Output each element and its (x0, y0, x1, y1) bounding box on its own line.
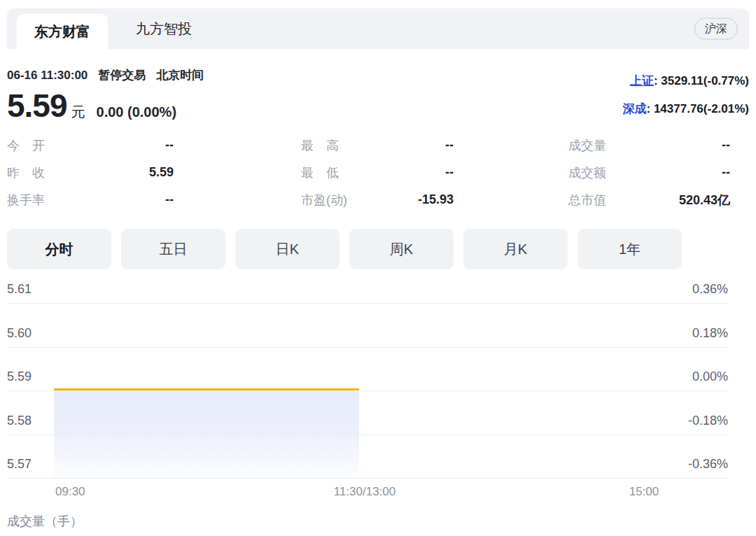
stat-row-low: 最 低 -- (301, 159, 454, 186)
status-line: 06-16 11:30:00暂停交易北京时间 (7, 67, 204, 83)
period-tab-5day[interactable]: 五日 (121, 229, 225, 269)
tab-eastmoney[interactable]: 东方财富 (17, 14, 108, 49)
stat-value: -- (722, 138, 730, 153)
stat-value: 520.43亿 (679, 192, 730, 209)
y-axis-price-label: 5.57 (7, 455, 31, 473)
period-tabbar: 分时 五日 日K 周K 月K 1年 (7, 229, 749, 269)
gridline (7, 303, 728, 304)
y-axis-price-label: 5.60 (7, 324, 31, 342)
stat-value: -- (165, 192, 174, 207)
period-tab-minute[interactable]: 分时 (7, 229, 111, 269)
stat-row-high: 最 高 -- (301, 132, 454, 159)
broker-tabbar: 东方财富 九方智投 沪深 (7, 8, 749, 49)
quote-header: 06-16 11:30:00暂停交易北京时间 5.59 元 0.00 (0.00… (7, 67, 749, 123)
y-axis-percent-label: 0.00% (692, 367, 728, 386)
index-shenzhen[interactable]: 深成: 14377.76(-2.01%) (623, 95, 749, 123)
stat-label: 最 低 (301, 164, 339, 181)
timezone-label: 北京时间 (156, 69, 204, 82)
tab-jiufang[interactable]: 九方智投 (136, 8, 192, 49)
price-line-series (54, 388, 359, 390)
index-shenzhen-label[interactable]: 深成 (623, 102, 647, 115)
index-shanghai[interactable]: 上证: 3529.11(-0.77%) (623, 67, 749, 95)
stat-row-open: 今 开 -- (7, 132, 174, 159)
stats-grid: 今 开 -- 昨 收 5.59 换手率 -- 最 高 -- 最 低 -- 市盈(… (7, 132, 749, 213)
stat-value: -- (445, 138, 454, 153)
stat-label: 最 高 (301, 137, 339, 154)
stat-label: 昨 收 (7, 164, 45, 181)
stat-row-amount: 成交额 -- (568, 159, 730, 186)
stat-label: 总市值 (568, 192, 606, 209)
stat-value: -- (165, 138, 174, 153)
y-axis-price-label: 5.58 (7, 411, 31, 430)
period-tab-weekly-k[interactable]: 周K (349, 229, 454, 269)
stat-value: -- (445, 165, 454, 180)
stat-row-turnover-rate: 换手率 -- (7, 186, 174, 213)
gridline (7, 347, 728, 348)
intraday-chart[interactable]: 5.61 5.60 5.59 5.58 5.57 0.36% 0.18% 0.0… (7, 275, 728, 506)
y-axis-percent-label: 0.18% (692, 324, 728, 342)
stat-label: 成交量 (568, 137, 606, 154)
current-price: 5.59 (7, 89, 67, 122)
y-axis-percent-label: 0.36% (692, 280, 728, 298)
stat-label: 成交额 (568, 164, 606, 181)
stats-column-2: 最 高 -- 最 低 -- 市盈(动) -15.93 (301, 132, 454, 213)
stat-value: 5.59 (149, 165, 174, 180)
price-line: 5.59 元 0.00 (0.00%) (7, 89, 204, 122)
stat-row-prev-close: 昨 收 5.59 (7, 159, 174, 186)
y-axis-percent-label: -0.18% (688, 411, 728, 430)
stat-label: 市盈(动) (301, 192, 347, 209)
stat-row-pe-ratio: 市盈(动) -15.93 (301, 186, 454, 213)
index-quotes: 上证: 3529.11(-0.77%) 深成: 14377.76(-2.01%) (623, 67, 749, 123)
price-area-fill (54, 390, 359, 478)
x-axis-time-label: 11:30/13:00 (334, 485, 396, 499)
stat-row-market-cap: 总市值 520.43亿 (568, 186, 730, 213)
period-tab-monthly-k[interactable]: 月K (463, 229, 568, 269)
stat-label: 今 开 (7, 137, 45, 154)
stat-value: -15.93 (418, 192, 454, 207)
price-change: 0.00 (0.00%) (97, 104, 177, 120)
stat-row-volume: 成交量 -- (568, 132, 730, 159)
y-axis-percent-label: -0.36% (688, 455, 728, 473)
x-axis-time-label: 09:30 (55, 485, 85, 499)
stat-label: 换手率 (7, 192, 45, 209)
index-shanghai-label[interactable]: 上证 (630, 74, 654, 87)
index-shenzhen-value: : 14377.76(-2.01%) (647, 102, 749, 115)
gridline (7, 478, 728, 479)
y-axis-price-label: 5.61 (7, 280, 31, 298)
quote-header-left: 06-16 11:30:00暂停交易北京时间 5.59 元 0.00 (0.00… (7, 67, 204, 123)
period-tab-daily-k[interactable]: 日K (235, 229, 340, 269)
index-shanghai-value: : 3529.11(-0.77%) (654, 74, 749, 87)
trading-status: 暂停交易 (98, 69, 146, 82)
stat-value: -- (722, 165, 730, 180)
stats-column-1: 今 开 -- 昨 收 5.59 换手率 -- (7, 132, 174, 213)
quote-datetime: 06-16 11:30:00 (7, 69, 88, 82)
y-axis-price-label: 5.59 (7, 367, 31, 386)
stats-column-3: 成交量 -- 成交额 -- 总市值 520.43亿 (568, 132, 730, 213)
volume-section-title: 成交量（手） (7, 513, 749, 530)
x-axis-time-label: 15:00 (629, 485, 659, 499)
currency-unit: 元 (71, 103, 85, 122)
period-tab-1year[interactable]: 1年 (578, 229, 682, 269)
market-selector-badge[interactable]: 沪深 (694, 18, 738, 40)
